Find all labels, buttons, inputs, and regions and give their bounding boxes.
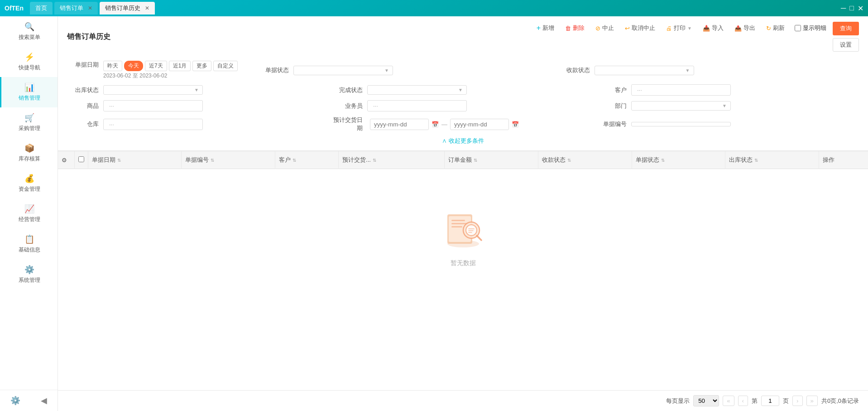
data-table: ⚙ 单据日期 ⇅ 单据编号: [58, 151, 868, 304]
page-size-select[interactable]: 50 10 20 100: [693, 395, 719, 406]
sidebar-collapse-icon[interactable]: ◀: [41, 396, 47, 406]
warehouse-select[interactable]: ···: [103, 119, 203, 130]
receipt-status-select[interactable]: ▼: [595, 66, 694, 75]
settings-button[interactable]: 设置: [833, 38, 859, 52]
delete-icon: 🗑: [565, 25, 571, 32]
date-btn-today[interactable]: 今天: [124, 61, 143, 71]
tab-home[interactable]: 首页: [30, 2, 53, 15]
window-min-icon[interactable]: ─: [841, 4, 846, 13]
date-btn-yesterday[interactable]: 昨天: [103, 61, 122, 71]
delete-button[interactable]: 🗑 删除: [561, 22, 589, 34]
stop-label: 中止: [602, 24, 614, 32]
svg-point-7: [466, 225, 477, 236]
order-status-column-header: 单据状态 ⇅: [632, 151, 725, 169]
customer-dots-icon[interactable]: ···: [637, 87, 642, 93]
order-status-select[interactable]: ▼: [293, 66, 393, 75]
window-close-icon[interactable]: ✕: [858, 4, 863, 13]
sys-mgmt-icon: ⚙️: [24, 265, 34, 275]
amount-sort-btn[interactable]: 订单金额 ⇅: [448, 156, 534, 164]
query-button[interactable]: 查询: [833, 22, 859, 35]
svg-rect-3: [451, 220, 465, 221]
sidebar-item-search-menu[interactable]: 🔍 搜索菜单: [0, 16, 58, 47]
cancel-stop-button[interactable]: ↩ 取消中止: [620, 22, 660, 34]
delivery-date-label: 预计交货日期: [331, 116, 367, 132]
outbound-status-label: 出库状态: [67, 86, 103, 94]
warehouse-dots-icon[interactable]: ···: [109, 121, 114, 128]
sidebar: 🔍 搜索菜单 ⚡ 快捷导航 📊 销售管理 🛒 采购管理 📦 库存核算 💰 资金管…: [0, 16, 58, 411]
window-max-icon[interactable]: □: [849, 4, 854, 13]
prev-page-btn[interactable]: ‹: [738, 396, 748, 406]
display-detail-checkbox[interactable]: [795, 25, 801, 31]
last-page-btn[interactable]: »: [806, 396, 818, 406]
sidebar-item-search-menu-label: 搜索菜单: [19, 34, 40, 41]
table-settings-icon[interactable]: ⚙: [62, 157, 67, 164]
complete-status-select[interactable]: ▼: [367, 85, 467, 95]
refresh-label: 刷新: [773, 24, 785, 32]
receipt-status-label: 收款状态: [558, 66, 595, 74]
sidebar-bottom: ⚙️ ◀: [0, 390, 58, 411]
tab-home-label: 首页: [35, 4, 47, 12]
order-no-label: 单据编号: [595, 120, 631, 128]
sidebar-item-operations[interactable]: 📈 经营管理: [0, 198, 58, 229]
salesman-select[interactable]: ···: [367, 100, 467, 111]
new-button[interactable]: + 新增: [532, 22, 559, 34]
date-btn-custom[interactable]: 自定义: [213, 61, 238, 71]
first-page-btn[interactable]: «: [723, 396, 734, 406]
date-btn-1month[interactable]: 近1月: [169, 61, 191, 71]
sidebar-item-base-info[interactable]: 📋 基础信息: [0, 229, 58, 259]
sidebar-item-inventory[interactable]: 📦 库存核算: [0, 138, 58, 168]
select-all-checkbox[interactable]: [78, 156, 84, 162]
delivery-date-sort-btn[interactable]: 预计交货... ⇅: [342, 156, 441, 164]
sidebar-item-finance[interactable]: 💰 资金管理: [0, 168, 58, 198]
outbound-status-sort-icon: ⇅: [754, 158, 758, 163]
delivery-date-to-input[interactable]: [450, 119, 509, 130]
customer-select[interactable]: ···: [631, 84, 731, 96]
empty-svg: [436, 205, 490, 251]
delete-label: 删除: [573, 24, 585, 32]
calendar-from-icon[interactable]: 📅: [432, 121, 439, 128]
customer-sort-btn[interactable]: 客户 ⇅: [279, 156, 335, 164]
goods-select[interactable]: ···: [103, 100, 203, 111]
salesman-dots-icon[interactable]: ···: [373, 102, 378, 109]
stop-button[interactable]: ⊘ 中止: [591, 22, 619, 34]
export-icon: 📤: [734, 25, 742, 32]
dept-select[interactable]: ▼: [631, 101, 731, 111]
tab-sales-order[interactable]: 销售订单 ✕: [54, 2, 98, 15]
date-sort-btn[interactable]: 单据日期 ⇅: [92, 156, 178, 164]
export-button[interactable]: 📤 导出: [730, 22, 760, 34]
sidebar-item-quick-nav[interactable]: ⚡ 快捷导航: [0, 47, 58, 77]
print-icon: 🖨: [666, 25, 672, 32]
empty-state-row: 暂无数据: [58, 169, 868, 304]
sales-mgmt-icon: 📊: [24, 82, 34, 92]
collapse-up-icon: ∧: [442, 137, 447, 144]
outbound-status-sort-btn[interactable]: 出库状态 ⇅: [729, 156, 815, 164]
print-label: 打印: [674, 24, 686, 32]
customer-col-label: 客户: [279, 156, 291, 164]
goods-dots-icon[interactable]: ···: [109, 102, 114, 109]
operations-column-header: 操作: [819, 151, 868, 169]
import-button[interactable]: 📥 导入: [698, 22, 728, 34]
tab-sales-order-close[interactable]: ✕: [88, 5, 92, 11]
date-btn-7days[interactable]: 近7天: [145, 61, 167, 71]
delivery-date-from-input[interactable]: [370, 119, 429, 130]
receipt-status-column-header: 收款状态 ⇅: [538, 151, 632, 169]
collapse-button[interactable]: ∧ 收起更多条件: [442, 137, 484, 145]
sidebar-item-sales-mgmt[interactable]: 📊 销售管理: [0, 77, 58, 107]
pagination-bar: 每页显示 50 10 20 100 « ‹ 第 页 › » 共0页,0条记录: [58, 390, 868, 411]
sidebar-item-purchase-mgmt[interactable]: 🛒 采购管理: [0, 107, 58, 138]
current-page-input[interactable]: [761, 396, 779, 406]
print-button[interactable]: 🖨 打印 ▼: [662, 22, 696, 34]
order-no-sort-btn[interactable]: 单据编号 ⇅: [185, 156, 271, 164]
calendar-to-icon[interactable]: 📅: [512, 121, 519, 128]
order-status-sort-btn[interactable]: 单据状态 ⇅: [636, 156, 722, 164]
sidebar-item-sys-mgmt[interactable]: ⚙️ 系统管理: [0, 259, 58, 290]
date-btn-more[interactable]: 更多: [192, 61, 211, 71]
sidebar-settings-icon[interactable]: ⚙️: [10, 396, 20, 406]
order-no-input[interactable]: [631, 122, 731, 126]
receipt-status-sort-btn[interactable]: 收款状态 ⇅: [542, 156, 628, 164]
tab-history-close[interactable]: ✕: [145, 5, 149, 11]
next-page-btn[interactable]: ›: [792, 396, 802, 406]
tab-sales-order-history[interactable]: 销售订单历史 ✕: [100, 2, 155, 15]
refresh-button[interactable]: ↻ 刷新: [762, 22, 789, 34]
outbound-status-select[interactable]: ▼: [103, 85, 203, 95]
